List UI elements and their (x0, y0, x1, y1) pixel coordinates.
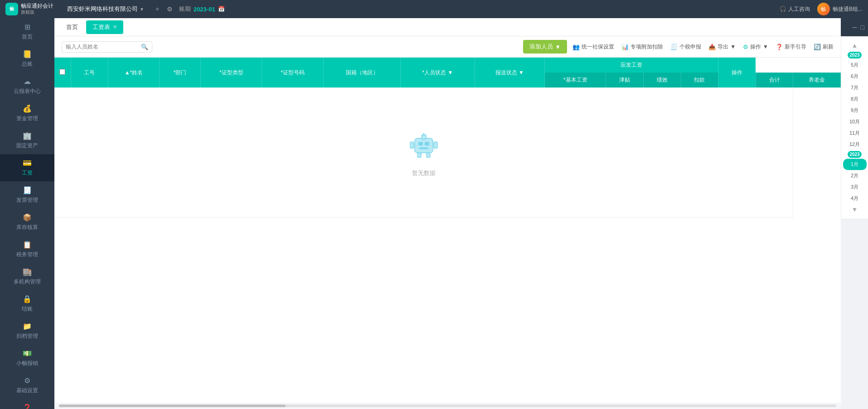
fund-icon: 💰 (23, 104, 32, 113)
sidebar-item-invoice[interactable]: 🧾 发票管理 (0, 181, 54, 209)
basic-settings-icon: ⚙ (24, 376, 30, 385)
empty-state: 暂无数据 (59, 91, 788, 214)
year-next-btn[interactable]: ▼ (850, 204, 860, 215)
settings-icon-btn[interactable]: ⚙ (166, 5, 174, 14)
special-deduction-icon: 📊 (621, 44, 629, 50)
th-actions: 操作 (718, 58, 756, 88)
sidebar-label-payroll: 工资 (22, 169, 33, 177)
month-item-3[interactable]: 3月 (841, 181, 868, 193)
scroll-bar[interactable] (54, 403, 841, 409)
sidebar-item-tax[interactable]: 📋 税务管理 (0, 236, 54, 263)
month-item-7[interactable]: 7月 (841, 82, 868, 93)
refresh-btn[interactable]: 🔄 刷新 (814, 43, 834, 51)
svg-rect-9 (427, 153, 430, 157)
tab-bar: 首页 工资表 ✕ (54, 18, 841, 36)
month-item-1[interactable]: 1月 (843, 159, 867, 170)
add-person-label: 添加人员 (529, 43, 553, 51)
sidebar-item-close[interactable]: 🔒 结账 (0, 290, 54, 317)
period-area: 账期 2023-01 📅 (179, 5, 225, 13)
personal-tax-icon: 🧾 (670, 44, 678, 50)
sidebar-label-expense: 小畅报销 (16, 360, 38, 367)
tab-home-label: 首页 (66, 23, 78, 31)
top-header: 畅 畅应通好会计 旗舰版 西安虾米网络科技有限公司 ▼ ＋ ⚙ 账期 2023-… (0, 0, 868, 18)
sidebar-label-archive: 归档管理 (16, 332, 38, 340)
empty-robot-icon (406, 127, 442, 164)
sidebar-item-inventory[interactable]: 📦 库存核算 (0, 209, 54, 236)
sidebar-label-inventory: 库存核算 (16, 224, 38, 231)
app-title: 畅应通好会计 (21, 3, 53, 9)
sidebar-item-asset[interactable]: 🏢 固定资产 (0, 127, 54, 154)
th-person-status: *人员状态 ▼ (401, 58, 475, 88)
tab-close-icon[interactable]: ✕ (113, 24, 117, 30)
th-name: ▲*姓名 (108, 58, 160, 88)
th-nationality: 国籍（地区） (323, 58, 401, 88)
report-status-filter-icon[interactable]: ▼ (519, 69, 524, 76)
calendar-icon[interactable]: 📅 (218, 6, 225, 12)
special-deduction-label: 专项附加扣除 (630, 43, 663, 51)
company-name: 西安虾米网络科技有限公司 (67, 5, 138, 13)
sidebar-item-home[interactable]: ⊞ 首页 (0, 18, 54, 45)
app-subtitle: 旗舰版 (21, 9, 53, 15)
service-btn[interactable]: 🎧 人工咨询 (780, 5, 810, 13)
search-input[interactable] (66, 44, 138, 50)
personal-tax-btn[interactable]: 🧾 个税申报 (670, 43, 701, 51)
sidebar-label-multi-org: 多机构管理 (14, 278, 41, 286)
sort-up-icon: ▲ (125, 69, 130, 76)
sidebar-label-home: 首页 (22, 33, 33, 41)
sidebar-item-archive[interactable]: 📁 归档管理 (0, 317, 54, 345)
special-deduction-btn[interactable]: 📊 专项附加扣除 (621, 43, 663, 51)
year-prev-btn[interactable]: ▲ (850, 40, 860, 51)
sidebar-label-close: 结账 (22, 305, 33, 313)
th-base-salary: *基本工资 (545, 73, 606, 88)
add-person-btn[interactable]: 添加人员 ▼ (523, 40, 567, 54)
operations-btn[interactable]: ⚙ 操作 ▼ (743, 43, 768, 51)
month-item-9[interactable]: 9月 (841, 105, 868, 116)
period-value: 2023-01 (194, 6, 215, 13)
refresh-icon: 🔄 (814, 44, 821, 50)
month-item-4[interactable]: 4月 (841, 193, 868, 204)
month-item-11[interactable]: 11月 (841, 127, 868, 139)
export-icon: 📤 (708, 44, 716, 50)
empty-text: 暂无数据 (412, 169, 436, 177)
th-employee-id: 工号 (71, 58, 108, 88)
sidebar-item-cloud-report[interactable]: ☁ 云报表中心 (0, 73, 54, 100)
tab-payroll-label: 工资表 (92, 23, 110, 31)
social-security-btn[interactable]: 👥 统一社保设置 (572, 43, 614, 51)
month-item-10[interactable]: 10月 (841, 116, 868, 127)
tab-payroll-table[interactable]: 工资表 ✕ (86, 20, 123, 34)
month-item-2[interactable]: 2月 (841, 170, 868, 181)
export-btn[interactable]: 📤 导出 ▼ (708, 43, 736, 51)
sidebar-item-expense[interactable]: 💵 小畅报销 (0, 345, 54, 372)
sidebar-label-asset: 固定资产 (16, 142, 38, 150)
month-item-6[interactable]: 6月 (841, 71, 868, 82)
new-guide-label: 新手引导 (785, 43, 806, 51)
select-all-checkbox[interactable] (59, 69, 65, 75)
company-selector[interactable]: 西安虾米网络科技有限公司 ▼ (67, 5, 144, 13)
add-person-chevron-icon: ▼ (555, 44, 561, 50)
minimize-window-btn[interactable]: ─ (853, 24, 857, 31)
maximize-window-btn[interactable]: □ (861, 24, 864, 31)
sidebar-item-fund[interactable]: 💰 资金管理 (0, 100, 54, 127)
new-guide-btn[interactable]: ❓ 新手引导 (776, 43, 806, 51)
tab-home[interactable]: 首页 (60, 20, 84, 34)
sidebar-item-ledger[interactable]: 📒 总账 (0, 45, 54, 73)
sidebar-item-payroll[interactable]: 💳 工资 (0, 154, 54, 181)
sidebar-item-multi-org[interactable]: 🏬 多机构管理 (0, 263, 54, 290)
user-area[interactable]: 畅 畅捷通B组... (817, 3, 863, 15)
month-item-12[interactable]: 12月 (841, 139, 868, 150)
person-status-filter-icon[interactable]: ▼ (448, 69, 453, 76)
svg-rect-8 (417, 153, 421, 157)
header-right: 🎧 人工咨询 畅 畅捷通B组... (780, 3, 863, 15)
add-company-btn[interactable]: ＋ (153, 4, 161, 14)
personal-tax-label: 个税申报 (679, 43, 701, 51)
sidebar-label-fund: 资金管理 (16, 115, 38, 122)
th-pension: 养老金 (793, 73, 841, 88)
scroll-thumb[interactable] (59, 404, 286, 407)
month-item-8[interactable]: 8月 (841, 93, 868, 105)
sidebar-item-basic[interactable]: ⚙ 基础设置 (0, 372, 54, 399)
toolbar-actions: 👥 统一社保设置 📊 专项附加扣除 🧾 个税申报 📤 导出 ▼ ⚙ (572, 43, 834, 51)
month-item-5[interactable]: 5月 (841, 59, 868, 71)
header-actions: ＋ ⚙ (153, 4, 174, 14)
sidebar-item-guide[interactable]: ❓ 新手引导 (0, 399, 54, 409)
svg-rect-6 (410, 142, 414, 148)
